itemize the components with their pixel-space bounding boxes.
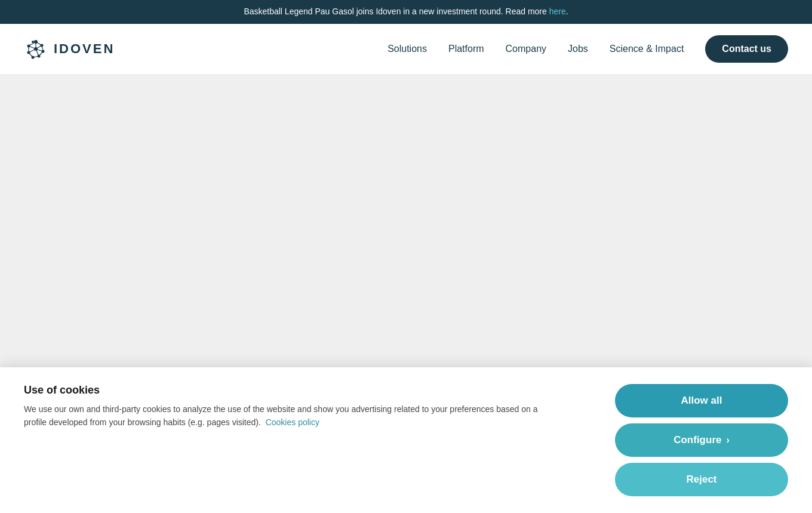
announcement-link[interactable]: here — [549, 7, 566, 16]
announcement-text: Basketball Legend Pau Gasol joins Idoven… — [244, 7, 549, 16]
cookie-buttons: Allow all Configure › Reject — [615, 384, 788, 496]
reject-button[interactable]: Reject — [615, 463, 788, 496]
svg-line-13 — [29, 53, 33, 57]
configure-label: Configure — [673, 434, 721, 446]
nav-item-platform[interactable]: Platform — [448, 44, 484, 54]
svg-line-20 — [29, 49, 36, 53]
logo-icon — [24, 37, 48, 61]
nav-item-science-impact[interactable]: Science & Impact — [610, 44, 684, 54]
main-nav: Solutions Platform Company Jobs Science … — [387, 35, 788, 63]
cookie-banner: Use of cookies We use our own and third-… — [0, 367, 812, 513]
svg-line-17 — [36, 45, 42, 49]
cookies-policy-link[interactable]: Cookies policy — [266, 417, 319, 427]
cookie-text-area: Use of cookies We use our own and third-… — [24, 384, 561, 429]
svg-line-21 — [29, 46, 36, 49]
nav-item-solutions[interactable]: Solutions — [387, 44, 427, 54]
allow-all-button[interactable]: Allow all — [615, 384, 788, 417]
logo-text: IDOVEN — [54, 41, 115, 57]
cookie-description: We use our own and third-party cookies t… — [24, 403, 561, 429]
configure-button[interactable]: Configure › — [615, 423, 788, 457]
nav-item-jobs[interactable]: Jobs — [568, 44, 588, 54]
header: IDOVEN Solutions Platform Company Jobs S… — [0, 24, 812, 74]
logo[interactable]: IDOVEN — [24, 37, 115, 61]
contact-button[interactable]: Contact us — [705, 35, 788, 63]
svg-point-7 — [32, 41, 34, 43]
nav-item-company[interactable]: Company — [506, 44, 546, 54]
announcement-bar: Basketball Legend Pau Gasol joins Idoven… — [0, 0, 812, 24]
svg-line-9 — [36, 42, 42, 45]
svg-line-11 — [39, 51, 43, 56]
chevron-right-icon: › — [726, 435, 729, 446]
cookie-title: Use of cookies — [24, 384, 561, 397]
